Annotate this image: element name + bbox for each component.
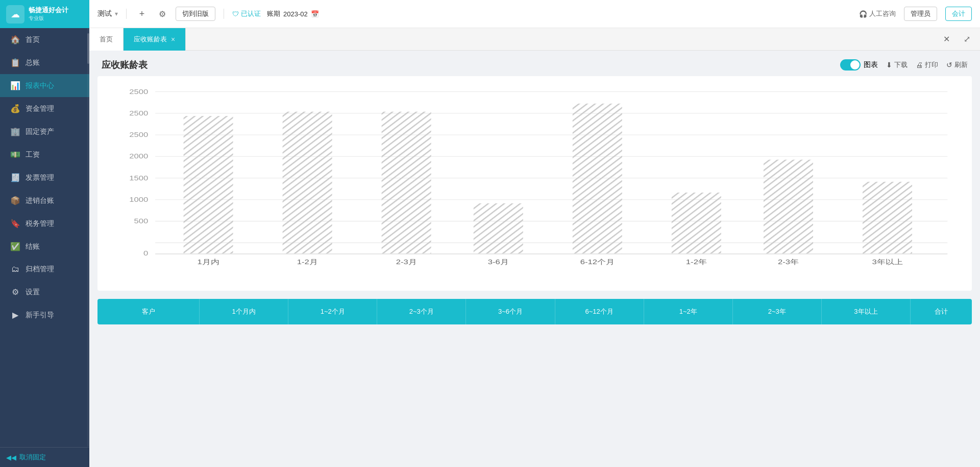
- toggle-thumb: [850, 60, 860, 69]
- svg-text:1月内: 1月内: [198, 259, 219, 266]
- svg-text:1-2年: 1-2年: [686, 259, 707, 266]
- expand-panel-button[interactable]: ⤢: [960, 32, 974, 46]
- chevron-down-icon: ▾: [115, 10, 118, 17]
- admin-button[interactable]: 管理员: [904, 7, 937, 21]
- verified-label: 已认证: [241, 9, 261, 18]
- th-3-year-plus: 3年以上: [822, 299, 911, 324]
- sidebar-item-ledger[interactable]: 📋 总账: [0, 51, 89, 74]
- verified-badge: 🛡 已认证: [232, 9, 261, 18]
- sidebar-item-funds[interactable]: 💰 资金管理: [0, 97, 89, 120]
- sidebar-item-tax[interactable]: 🔖 税务管理: [0, 212, 89, 235]
- archive-icon: 🗂: [10, 265, 20, 274]
- sidebar-item-invoice[interactable]: 🧾 发票管理: [0, 166, 89, 189]
- bar-2-3-month: [382, 112, 431, 254]
- close-panel-button[interactable]: ✕: [939, 32, 953, 46]
- table-container: 客户 1个月内 1~2个月 2~3个月 3~6个月 6~12个月 1~2年 2~…: [97, 299, 972, 324]
- tab-home[interactable]: 首页: [89, 28, 124, 51]
- tax-icon: 🔖: [10, 219, 20, 228]
- period-value: 2023-02: [283, 10, 308, 18]
- customer-service-button[interactable]: 🎧 人工咨询: [859, 9, 896, 18]
- chart-container: 2500 2500 2500 2000 1500 1000 500 0: [97, 76, 972, 291]
- page-header: 应收账龄表 图表 ⬇ 下载 🖨: [89, 51, 980, 76]
- th-customer: 客户: [97, 299, 200, 324]
- download-label: 下载: [894, 60, 908, 69]
- cancel-fixed-label: 取消固定: [19, 453, 46, 462]
- topbar-divider-1: [126, 9, 127, 19]
- svg-text:1500: 1500: [129, 175, 148, 182]
- tabbar: 首页 应收账龄表 × ✕ ⤢: [89, 28, 980, 51]
- bar-1-month: [184, 116, 233, 253]
- bar-6-12-month: [573, 104, 622, 253]
- sidebar-item-archive[interactable]: 🗂 归档管理: [0, 258, 89, 281]
- sidebar-item-label: 工资: [26, 150, 40, 159]
- bar-1-2-year: [672, 193, 721, 253]
- app-name: 畅捷通好会计: [29, 6, 68, 15]
- sidebar-cancel-fixed-btn[interactable]: ◀◀ 取消固定: [0, 447, 89, 467]
- role-button[interactable]: 会计: [945, 7, 972, 21]
- period-display[interactable]: 账期 2023-02 📅: [267, 9, 319, 18]
- pin-left-icon: ◀◀: [6, 454, 16, 461]
- sidebar-item-label: 发票管理: [26, 173, 54, 182]
- topbar-settings-button[interactable]: ⚙: [155, 7, 169, 21]
- svg-text:2-3月: 2-3月: [396, 259, 417, 266]
- toggle-track[interactable]: [840, 59, 861, 71]
- svg-text:0: 0: [143, 250, 148, 257]
- home-icon: 🏠: [10, 35, 20, 44]
- sidebar-item-label: 报表中心: [26, 81, 54, 90]
- guide-icon: ▶: [10, 310, 20, 320]
- logo-icon: ☁: [6, 5, 24, 24]
- sidebar-item-guide[interactable]: ▶ 新手引导: [0, 303, 89, 326]
- page-actions: 图表 ⬇ 下载 🖨 打印 ↺ 刷新: [840, 59, 968, 71]
- sidebar-nav: 🏠 首页 📋 总账 📊 报表中心 💰 资金管理 🏢 固定资产 💵 工资 🧾 发票…: [0, 28, 89, 447]
- svg-text:500: 500: [134, 218, 149, 225]
- th-6-12-month: 6~12个月: [555, 299, 644, 324]
- sidebar-item-payroll[interactable]: 💵 工资: [0, 143, 89, 166]
- tab-close-icon[interactable]: ×: [171, 36, 175, 43]
- svg-text:6-12个月: 6-12个月: [580, 259, 615, 266]
- print-label: 打印: [925, 60, 938, 69]
- tabbar-right: ✕ ⤢: [939, 32, 980, 46]
- sidebar-item-closing[interactable]: ✅ 结账: [0, 235, 89, 258]
- ledger-icon: 📋: [10, 58, 20, 67]
- sidebar-item-label: 总账: [26, 58, 40, 67]
- sidebar-item-label: 新手引导: [26, 311, 54, 320]
- topbar-divider-2: [224, 9, 224, 19]
- svg-text:3年以上: 3年以上: [872, 259, 903, 266]
- sidebar-item-home[interactable]: 🏠 首页: [0, 28, 89, 51]
- content-area: 应收账龄表 图表 ⬇ 下载 🖨: [89, 51, 980, 467]
- main-area: 测试 ▾ + ⚙ 切到旧版 🛡 已认证 账期 2023-02 📅 🎧 人工咨询 …: [89, 0, 980, 467]
- calendar-icon: 📅: [311, 10, 319, 18]
- sidebar-item-label: 进销台账: [26, 196, 54, 205]
- assets-icon: 🏢: [10, 127, 20, 136]
- reports-icon: 📊: [10, 81, 20, 90]
- funds-icon: 💰: [10, 104, 20, 113]
- sidebar-item-purchase-sales[interactable]: 📦 进销台账: [0, 189, 89, 212]
- refresh-button[interactable]: ↺ 刷新: [946, 60, 968, 69]
- sidebar-item-reports[interactable]: 📊 报表中心: [0, 74, 89, 97]
- topbar-right-actions: 🎧 人工咨询 管理员 会计: [859, 7, 972, 21]
- svg-text:1-2月: 1-2月: [297, 259, 318, 266]
- sidebar-item-assets[interactable]: 🏢 固定资产: [0, 120, 89, 143]
- svg-text:2500: 2500: [129, 110, 148, 117]
- tab-aging-label: 应收账龄表: [134, 35, 167, 44]
- project-selector[interactable]: 测试 ▾: [97, 9, 118, 18]
- payroll-icon: 💵: [10, 150, 20, 159]
- download-button[interactable]: ⬇ 下载: [886, 60, 908, 69]
- tab-aging-report[interactable]: 应收账龄表 ×: [124, 28, 186, 51]
- invoice-icon: 🧾: [10, 173, 20, 182]
- app-logo: ☁ 畅捷通好会计 专业版: [0, 0, 89, 28]
- print-button[interactable]: 🖨 打印: [916, 60, 938, 69]
- app-edition: 专业版: [29, 15, 68, 22]
- add-tab-button[interactable]: +: [135, 7, 149, 21]
- switch-version-button[interactable]: 切到旧版: [176, 7, 215, 21]
- topbar: 测试 ▾ + ⚙ 切到旧版 🛡 已认证 账期 2023-02 📅 🎧 人工咨询 …: [89, 0, 980, 28]
- svg-text:3-6月: 3-6月: [488, 259, 509, 266]
- sidebar-item-label: 税务管理: [26, 219, 54, 228]
- chart-toggle[interactable]: 图表: [840, 59, 878, 71]
- sidebar-item-settings[interactable]: ⚙ 设置: [0, 281, 89, 303]
- refresh-label: 刷新: [954, 60, 968, 69]
- th-1-2-year: 1~2年: [644, 299, 733, 324]
- content-scroll[interactable]: 应收账龄表 图表 ⬇ 下载 🖨: [89, 51, 980, 467]
- th-2-3-year: 2~3年: [733, 299, 822, 324]
- print-icon: 🖨: [916, 61, 923, 69]
